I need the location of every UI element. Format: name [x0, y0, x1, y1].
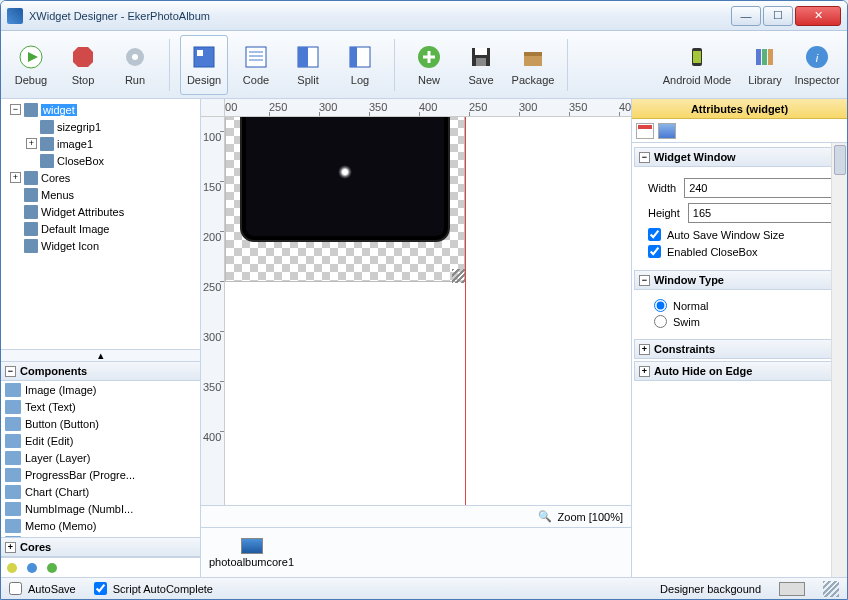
tree-splitter[interactable]: ▴: [1, 349, 200, 361]
autosave-checkbox[interactable]: [648, 228, 661, 241]
ruler-vertical: 100150200250300350400: [201, 117, 225, 505]
status-autosave-checkbox[interactable]: [9, 582, 22, 595]
svg-rect-23: [756, 49, 761, 65]
tree-node-icon: [40, 154, 54, 168]
attributes-panel: Attributes (widget) −Widget Window Width…: [631, 99, 847, 577]
section-constraints[interactable]: +Constraints: [634, 339, 845, 359]
svg-rect-22: [693, 51, 701, 63]
android-mode-button[interactable]: Android Mode: [657, 35, 737, 95]
tree-item[interactable]: sizegrip1: [3, 118, 198, 135]
status-dot-green[interactable]: [47, 563, 57, 573]
status-dot-yellow[interactable]: [7, 563, 17, 573]
component-icon: [5, 451, 21, 465]
section-widget-window[interactable]: −Widget Window: [634, 147, 845, 167]
attr-tab-cube[interactable]: [658, 123, 676, 139]
close-button[interactable]: ✕: [795, 6, 841, 26]
closebox-checkbox[interactable]: [648, 245, 661, 258]
svg-rect-17: [475, 48, 487, 55]
code-button[interactable]: Code: [232, 35, 280, 95]
designer-bg-swatch[interactable]: [779, 582, 805, 596]
sizegrip-handle[interactable]: [452, 269, 466, 283]
split-button[interactable]: Split: [284, 35, 332, 95]
new-button[interactable]: New: [405, 35, 453, 95]
zoom-label[interactable]: Zoom [100%]: [558, 511, 623, 523]
core-thumb-label: photoalbumcore1: [209, 556, 294, 568]
status-autocomplete-checkbox[interactable]: [94, 582, 107, 595]
component-item[interactable]: Layer (Layer): [1, 449, 200, 466]
component-label: Button (Button): [25, 418, 99, 430]
tree-item[interactable]: −widget: [3, 101, 198, 118]
attributes-title: Attributes (widget): [632, 99, 847, 119]
component-item[interactable]: NumbImage (NumbI...: [1, 500, 200, 517]
components-list[interactable]: Image (Image)Text (Text)Button (Button)E…: [1, 381, 200, 537]
width-label: Width: [648, 182, 676, 194]
main-toolbar: Debug Stop Run Design Code Split Log New…: [1, 31, 847, 99]
section-autohide[interactable]: +Auto Hide on Edge: [634, 361, 845, 381]
tree-node-icon: [24, 171, 38, 185]
status-dot-blue[interactable]: [27, 563, 37, 573]
component-item[interactable]: Memo (Memo): [1, 517, 200, 534]
center-panel: 200250300350400250300350400 100150200250…: [201, 99, 631, 577]
core-thumb[interactable]: photoalbumcore1: [209, 538, 294, 568]
tree-node-icon: [24, 239, 38, 253]
save-button[interactable]: Save: [457, 35, 505, 95]
section-window-type[interactable]: −Window Type: [634, 270, 845, 290]
attributes-scrollbar[interactable]: [831, 143, 847, 577]
wintype-swim-radio[interactable]: [654, 315, 667, 328]
cores-header[interactable]: +Cores: [1, 537, 200, 557]
tree-item[interactable]: Widget Attributes: [3, 203, 198, 220]
component-item[interactable]: Chart (Chart): [1, 483, 200, 500]
run-button[interactable]: Run: [111, 35, 159, 95]
minimize-button[interactable]: —: [731, 6, 761, 26]
left-footer: [1, 557, 200, 577]
library-button[interactable]: Library: [741, 35, 789, 95]
svg-rect-25: [768, 49, 773, 65]
tree-item[interactable]: +Cores: [3, 169, 198, 186]
tree-item[interactable]: CloseBox: [3, 152, 198, 169]
components-header[interactable]: −Components: [1, 361, 200, 381]
tree-item[interactable]: +image1: [3, 135, 198, 152]
design-button[interactable]: Design: [180, 35, 228, 95]
tree-node-icon: [24, 103, 38, 117]
component-item[interactable]: ProgressBar (Progre...: [1, 466, 200, 483]
guide-line: [465, 117, 466, 505]
info-icon: i: [803, 43, 831, 71]
maximize-button[interactable]: ☐: [763, 6, 793, 26]
component-item[interactable]: Button (Button): [1, 415, 200, 432]
height-input[interactable]: ▲▼: [688, 203, 847, 223]
component-label: Chart (Chart): [25, 486, 89, 498]
stop-button[interactable]: Stop: [59, 35, 107, 95]
attr-tab-general[interactable]: [636, 123, 654, 139]
tree-item[interactable]: Menus: [3, 186, 198, 203]
library-icon: [751, 43, 779, 71]
inspector-button[interactable]: iInspector: [793, 35, 841, 95]
component-label: NumbImage (NumbI...: [25, 503, 133, 515]
zoom-bar: 🔍 Zoom [100%]: [201, 505, 631, 527]
expand-icon[interactable]: +: [26, 138, 37, 149]
log-button[interactable]: Log: [336, 35, 384, 95]
widget-tree[interactable]: −widgetsizegrip1+image1CloseBox+CoresMen…: [1, 99, 200, 349]
cores-strip: photoalbumcore1: [201, 527, 631, 577]
expand-icon[interactable]: −: [10, 104, 21, 115]
component-item[interactable]: Image (Image): [1, 381, 200, 398]
svg-rect-24: [762, 49, 767, 65]
android-icon: [683, 43, 711, 71]
tree-item[interactable]: Default Image: [3, 220, 198, 237]
tree-node-icon: [40, 137, 54, 151]
component-icon: [5, 519, 21, 533]
tree-node-label: Widget Attributes: [41, 206, 124, 218]
statusbar: AutoSave Script AutoComplete Designer ba…: [1, 577, 847, 599]
expand-icon[interactable]: +: [10, 172, 21, 183]
width-input[interactable]: ▲▼: [684, 178, 847, 198]
debug-button[interactable]: Debug: [7, 35, 55, 95]
design-canvas[interactable]: [225, 117, 631, 505]
widget-preview[interactable]: [240, 117, 450, 242]
tree-item[interactable]: Widget Icon: [3, 237, 198, 254]
component-item[interactable]: Text (Text): [1, 398, 200, 415]
widget-bounds[interactable]: [225, 117, 465, 282]
package-button[interactable]: Package: [509, 35, 557, 95]
component-icon: [5, 502, 21, 516]
wintype-normal-radio[interactable]: [654, 299, 667, 312]
resize-grip[interactable]: [823, 581, 839, 597]
component-item[interactable]: Edit (Edit): [1, 432, 200, 449]
